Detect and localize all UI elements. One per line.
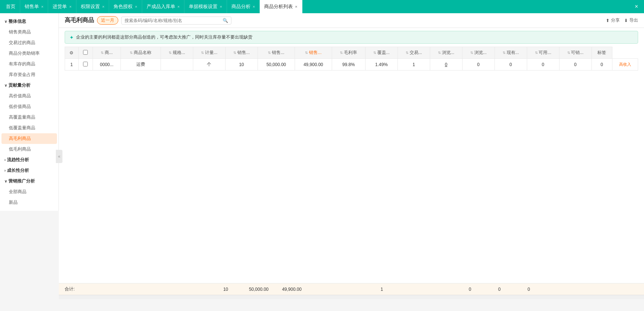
info-banner: ✦ 企业的主要的利润都是这部分商品创造的，可考虑加大推广，同时关注库存量不要出现… (65, 31, 638, 44)
cell-browse2: 0 (462, 59, 494, 70)
sidebar-item-new-goods[interactable]: 新品 (0, 197, 58, 208)
col-sales-qty[interactable]: 销售... (225, 47, 258, 59)
col-sales-profit[interactable]: 销售... (295, 47, 332, 59)
col-spec[interactable]: 规格... (161, 47, 193, 59)
cell-sellable-stock: 0 (559, 59, 591, 70)
cell-index: 1 (65, 59, 79, 70)
close-tab-2[interactable]: × (69, 4, 71, 9)
sidebar-wrapper: ∨ 整体信息 销售类商品 交易过的商品 商品分类助销率 有库存的商品 库存资金占… (0, 13, 59, 299)
sidebar-group-growth[interactable]: › 成长性分析 (0, 165, 58, 176)
horizontal-scrollbar[interactable] (59, 295, 644, 299)
col-sales-amount[interactable]: 销售... (258, 47, 295, 59)
row-checkbox[interactable] (83, 62, 88, 66)
footer-cell-0 (80, 287, 91, 292)
tag-badge: 高收入 (619, 62, 631, 66)
sidebar-collapse-button[interactable]: « (56, 150, 62, 163)
footer-cell-cov (338, 287, 367, 292)
footer-total-label: 合计: (65, 286, 75, 292)
share-icon: ⬆ (606, 18, 609, 23)
cell-sales-amount: 50,000.00 (258, 59, 295, 70)
close-tab-7[interactable]: × (253, 4, 255, 9)
arrow-overall: ∨ (4, 19, 7, 23)
sidebar-group-contribution[interactable]: ∨ 贡献量分析 (0, 80, 58, 91)
col-available-stock[interactable]: 可用... (527, 47, 559, 59)
sidebar-item-all-goods[interactable]: 全部商品 (0, 187, 58, 197)
col-unit[interactable]: 计量... (193, 47, 225, 59)
cell-sales-qty: 10 (225, 59, 258, 70)
cell-spec (161, 59, 193, 70)
sidebar-group-trend[interactable]: › 流趋性分析 (0, 155, 58, 165)
sidebar-item-low-margin[interactable]: 低毛利商品 (0, 144, 58, 155)
tab-permission-settings[interactable]: 权限设置 × (76, 0, 109, 13)
close-tab-1[interactable]: × (41, 4, 43, 9)
footer-cell-b2 (426, 287, 455, 292)
tab-product-warehouse[interactable]: 产成品入库单 × (142, 0, 184, 13)
col-margin-rate[interactable]: 毛利率 (332, 47, 365, 59)
footer-cells: 10 50,000.00 49,900.00 1 0 0 0 (80, 287, 638, 292)
sidebar-item-low-coverage[interactable]: 低覆盖量商品 (0, 123, 58, 133)
tab-product-analysis[interactable]: 商品分析 × (227, 0, 260, 13)
table-row: 10000...运费个1050,000.0049,900.0099.8%1.49… (65, 59, 638, 70)
col-product-name[interactable]: 商品名称 (120, 47, 161, 59)
export-button[interactable]: ⬇ 导出 (624, 17, 638, 23)
arrow-contribution: ∨ (4, 83, 7, 87)
content-area: 高毛利商品 近一月 🔍 ⬆ 分享 ⬇ 导出 ✦ 企业的主要的利润都是这部分商品创… (59, 13, 644, 299)
cell-sales-profit: 49,900.00 (295, 59, 332, 70)
content-header: 高毛利商品 近一月 🔍 ⬆ 分享 ⬇ 导出 (59, 13, 644, 28)
close-tab-5[interactable]: × (177, 4, 180, 9)
footer-cell-s2: 0 (485, 287, 514, 292)
col-transaction[interactable]: 交易... (397, 47, 430, 59)
tab-role-auth[interactable]: 角色授权 × (109, 0, 142, 13)
search-icon[interactable]: 🔍 (223, 18, 228, 23)
cell-code: 0000... (93, 59, 121, 70)
filter-recent-month-button[interactable]: 近一月 (97, 16, 118, 25)
data-table-wrap: ⚙ 商... 商品名称 规格... 计量... 销售... 销售... 销售..… (59, 47, 644, 283)
cell-coverage: 1.49% (365, 59, 397, 70)
search-input[interactable] (125, 18, 221, 23)
sidebar-item-traded-goods[interactable]: 交易过的商品 (0, 37, 58, 48)
sidebar-item-inventory-capital[interactable]: 库存资金占用 (0, 69, 58, 80)
close-tab-4[interactable]: × (135, 4, 137, 9)
col-settings[interactable]: ⚙ (65, 47, 79, 59)
sidebar-group-marketing[interactable]: ∨ 营销推广分析 (0, 176, 58, 187)
col-browse2[interactable]: 浏览... (462, 47, 494, 59)
close-tab-8[interactable]: × (295, 4, 297, 9)
cell-browse1[interactable]: 0 (430, 59, 462, 70)
top-tabbar: 首页 销售单 × 进货单 × 权限设置 × 角色授权 × 产成品入库单 × 单据… (0, 0, 644, 13)
select-all-checkbox[interactable] (83, 50, 88, 55)
sidebar-item-high-value[interactable]: 高价值商品 (0, 91, 58, 101)
footer-cell-qty: 10 (209, 287, 242, 292)
global-close-button[interactable]: × (630, 3, 643, 10)
tab-product-analysis-list[interactable]: 商品分析列表 × (260, 0, 302, 13)
tab-template-settings[interactable]: 单据模板设置 × (184, 0, 227, 13)
cell-margin: 99.8% (332, 59, 365, 70)
col-checkbox[interactable] (78, 47, 93, 59)
tab-sales-order[interactable]: 销售单 × (20, 0, 48, 13)
cell-transaction: 1 (397, 59, 430, 70)
sidebar-item-category-assist[interactable]: 商品分类助销率 (0, 48, 58, 59)
col-sellable-stock[interactable]: 可销... (559, 47, 591, 59)
footer-cell-b1 (396, 287, 426, 292)
footer-cell-trans: 1 (367, 287, 396, 292)
tab-purchase-order[interactable]: 进货单 × (48, 0, 76, 13)
footer-cell-profit: 49,900.00 (275, 287, 308, 292)
cell-checkbox[interactable] (78, 59, 93, 70)
col-current-stock[interactable]: 现有... (494, 47, 527, 59)
sidebar-group-overall[interactable]: ∨ 整体信息 (0, 16, 58, 27)
footer-cell-1 (91, 287, 102, 292)
close-tab-3[interactable]: × (102, 4, 104, 9)
cell-available-stock: 0 (527, 59, 559, 70)
col-product-code[interactable]: 商... (93, 47, 121, 59)
tab-home[interactable]: 首页 (1, 0, 20, 13)
col-coverage[interactable]: 覆盖... (365, 47, 397, 59)
cell-name: 运费 (120, 59, 161, 70)
col-browse1[interactable]: 浏览... (430, 47, 462, 59)
sidebar-item-low-value[interactable]: 低价值商品 (0, 101, 58, 112)
info-icon: ✦ (69, 35, 74, 40)
sidebar-item-high-coverage[interactable]: 高覆盖量商品 (0, 112, 58, 123)
sidebar-item-sales-goods[interactable]: 销售类商品 (0, 27, 58, 37)
share-button[interactable]: ⬆ 分享 (606, 17, 620, 23)
close-tab-6[interactable]: × (220, 4, 222, 9)
sidebar-item-stocked-goods[interactable]: 有库存的商品 (0, 59, 58, 69)
sidebar-item-high-margin[interactable]: 高毛利商品 (1, 133, 57, 144)
